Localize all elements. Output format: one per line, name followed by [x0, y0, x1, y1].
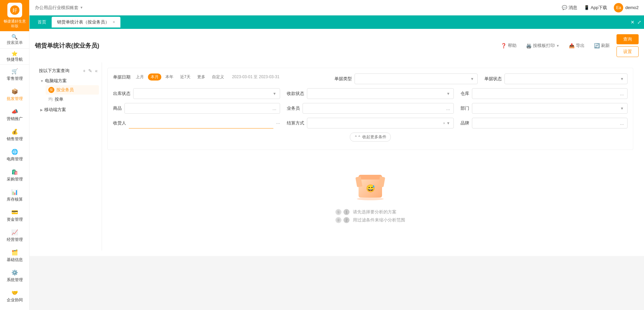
help-btn[interactable]: ❓ 帮助 — [498, 41, 519, 50]
date-tab-more[interactable]: 更多 — [195, 73, 208, 81]
app-logo[interactable]: 好 畅捷通好生意 标版 — [0, 0, 29, 31]
filter-col-salesperson: 业务员 ... — [287, 103, 461, 114]
topbar-app-download-btn[interactable]: 📱 App下载 — [584, 5, 607, 11]
filter-row-3: 商品 ... 业务员 ... — [113, 103, 628, 114]
doc-type-label: 单据类型 — [334, 76, 352, 82]
warehouse-input[interactable]: ... — [472, 88, 628, 99]
brand-input[interactable]: ... — [472, 118, 628, 128]
tab-home[interactable]: 首页 — [32, 17, 52, 28]
sidebar: 好 畅捷通好生意 标版 🔍 搜索菜单 ⭐ 快捷导航 🛒 零售管理 📦 批发管理 … — [0, 0, 30, 310]
goods-dots-icon: ... — [272, 106, 276, 111]
scheme-salesperson[interactable]: 按 按业务员 — [46, 85, 99, 95]
maximize-icon[interactable]: ⤢ — [637, 19, 641, 25]
tab-active-label: 销货单统计表（按业务员） — [57, 19, 109, 25]
receiver-input[interactable] — [129, 118, 273, 128]
sidebar-item-sales[interactable]: 💰 销售管理 — [0, 125, 29, 145]
avatar: Ea — [614, 3, 623, 12]
sidebar-item-inventory[interactable]: 📊 库存核算 — [0, 186, 29, 206]
doc-status-select[interactable]: ▼ — [504, 73, 628, 84]
date-tab-custom[interactable]: 自定义 — [209, 73, 227, 81]
out-status-select[interactable]: ▼ — [133, 88, 280, 99]
receipt-status-label: 收款状态 — [287, 91, 304, 97]
scheme-by-order[interactable]: 均 按单 — [46, 95, 99, 104]
svg-text:好: 好 — [12, 7, 17, 13]
filter-col-goods: 商品 ... — [113, 103, 287, 114]
settlement-select[interactable]: × ▼ — [307, 118, 454, 128]
goods-input[interactable]: ... — [124, 103, 280, 114]
sidebar-search-label: 搜索菜单 — [7, 40, 23, 45]
topbar-message-btn[interactable]: 💬 消息 — [562, 5, 577, 11]
settlement-clear-icon[interactable]: × — [443, 121, 445, 125]
tab-close-btn[interactable]: × — [113, 20, 115, 24]
export-btn[interactable]: 📤 导出 — [566, 41, 587, 50]
dept-select[interactable]: ▼ — [472, 103, 628, 114]
add-scheme-icon[interactable]: + — [83, 68, 86, 73]
filter-col-warehouse: 仓库 ... — [461, 88, 628, 99]
tab-active[interactable]: 销货单统计表（按业务员） × — [52, 17, 120, 28]
edit-scheme-icon[interactable]: ✎ — [88, 68, 92, 73]
scheme-pc-children: 按 按业务员 均 按单 — [38, 85, 99, 104]
sidebar-item-quicknav[interactable]: ⭐ 快捷导航 — [0, 49, 29, 65]
dept-label: 部门 — [461, 105, 469, 111]
refresh-btn[interactable]: 🔄 刷新 — [591, 41, 612, 50]
print-btn[interactable]: 🖨️ 按模板打印 ▼ — [523, 41, 562, 50]
sidebar-item-retail[interactable]: 🛒 零售管理 — [0, 65, 29, 85]
empty-tip-2: 2 用过滤条件来缩小分析范围 — [335, 217, 405, 223]
query-btn[interactable]: 查询 — [616, 34, 639, 44]
sidebar-item-ecommerce[interactable]: 🌐 电商管理 — [0, 145, 29, 165]
collapse-btn[interactable]: ⌃⌃ 收起更多条件 — [350, 133, 391, 142]
collapse-sidebar-icon[interactable]: « — [95, 68, 98, 73]
sidebar-item-basics[interactable]: 🗂️ 基础信息 — [0, 246, 29, 266]
tabbar: 首页 销货单统计表（按业务员） × ✕ ⤢ — [30, 15, 644, 29]
receipt-status-select[interactable]: ▼ — [307, 88, 454, 99]
topbar-user-btn[interactable]: Ea demo2 — [614, 3, 639, 12]
salesperson-input[interactable]: ... — [303, 103, 454, 114]
topbar-title[interactable]: 办公用品行业模拟账套 ▼ — [35, 5, 83, 11]
date-tab-thisyear[interactable]: 本年 — [163, 73, 176, 81]
filter-row-2: 出库状态 ▼ 收款状态 ▼ — [113, 88, 628, 99]
print-label: 按模板打印 — [533, 43, 555, 49]
message-label: 消息 — [569, 5, 577, 11]
date-tab-7days[interactable]: 近7天 — [177, 73, 193, 81]
help-label: 帮助 — [508, 43, 517, 49]
receipt-status-arrow-icon: ▼ — [446, 92, 450, 96]
filter-tree: ▼ 电脑端方案 按 按业务员 均 按单 — [35, 76, 102, 114]
app-download-icon: 📱 — [584, 5, 589, 10]
content-body: 按以下方案查询 + ✎ « ▼ 电脑端方案 — [35, 62, 639, 251]
date-tab-thismonth[interactable]: 本月 — [148, 73, 161, 81]
salesperson-label: 业务员 — [287, 105, 300, 111]
doc-type-arrow-icon: ▼ — [470, 77, 474, 81]
scheme-mobile-arrow: ▶ — [40, 108, 43, 112]
scheme-by-order-icon: 均 — [48, 96, 53, 102]
sidebar-item-search[interactable]: 🔍 搜索菜单 — [0, 31, 29, 49]
brand-label: 品牌 — [461, 120, 469, 126]
sidebar-item-enterprise[interactable]: 🤝 企业协同 — [0, 286, 29, 306]
sidebar-item-marketing[interactable]: 📣 营销推广 — [0, 105, 29, 125]
doc-type-select[interactable]: ▼ — [355, 73, 478, 84]
app-download-label: App下载 — [591, 5, 607, 11]
sidebar-item-purchase[interactable]: 🛍️ 采购管理 — [0, 165, 29, 186]
sidebar-item-newbie[interactable]: 🎓 新手引导 — [0, 306, 29, 310]
scheme-mobile[interactable]: ▶ 移动端方案 — [38, 105, 99, 114]
scheme-salesperson-icon: 按 — [48, 87, 54, 93]
scheme-pc[interactable]: ▼ 电脑端方案 — [38, 76, 99, 85]
warehouse-label: 仓库 — [461, 91, 469, 97]
filter-col-docstatus: 单据状态 ▼ — [484, 73, 628, 84]
sidebar-item-finance[interactable]: 💳 资金管理 — [0, 206, 29, 226]
app-name: 畅捷通好生意 — [4, 19, 26, 23]
filter-col-dept: 部门 ▼ — [461, 103, 628, 114]
sidebar-item-wholesale[interactable]: 📦 批发管理 — [0, 85, 29, 105]
scheme-pc-arrow: ▼ — [40, 79, 44, 83]
dept-arrow-icon: ▼ — [620, 106, 624, 110]
close-window-icon[interactable]: ✕ — [631, 19, 635, 25]
sidebar-item-operations[interactable]: 📈 经营管理 — [0, 226, 29, 246]
print-arrow-icon: ▼ — [556, 44, 559, 48]
sidebar-quicknav-label: 快捷导航 — [7, 57, 23, 62]
filter-col-date: 单据日期 上月 本月 本年 近7天 更多 自定义 2023-03-01 至 20… — [113, 73, 334, 81]
collapse-row: ⌃⌃ 收起更多条件 — [113, 133, 628, 142]
main-filter-area: 单据日期 上月 本月 本年 近7天 更多 自定义 2023-03-01 至 20… — [102, 62, 639, 251]
sidebar-item-system[interactable]: ⚙️ 系统管理 — [0, 266, 29, 286]
date-tab-lastmonth[interactable]: 上月 — [133, 73, 147, 81]
export-icon: 📤 — [569, 43, 575, 48]
settings-btn[interactable]: 设置 — [616, 46, 639, 57]
